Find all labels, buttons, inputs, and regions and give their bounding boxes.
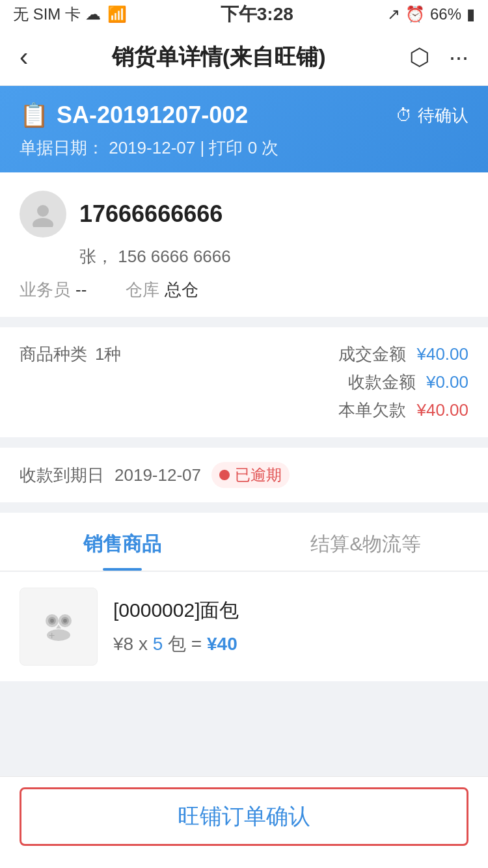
- customer-meta-row: 业务员 -- 仓库 总仓: [20, 278, 468, 301]
- share-icon[interactable]: ⬡: [409, 44, 429, 71]
- table-row: + [0000002]面包 ¥8 x 5 包 = ¥40: [0, 572, 488, 681]
- confirm-order-button[interactable]: 旺铺订单确认: [20, 787, 468, 846]
- product-thumbnail: +: [20, 588, 98, 666]
- svg-point-6: [50, 619, 54, 623]
- product-name: [0000002]面包: [113, 597, 468, 624]
- product-unit: 包: [168, 634, 186, 654]
- sales-rep-value: --: [75, 280, 87, 300]
- goods-type-row: 商品种类 1种: [20, 343, 121, 366]
- tab-settlement[interactable]: 结算&物流等: [244, 513, 488, 571]
- status-right: ↗ ⏰ 66% ▮: [387, 5, 475, 23]
- product-total: ¥40: [207, 634, 237, 654]
- amounts-section: 成交金额 ¥40.00 收款金额 ¥0.00 本单欠款 ¥40.00: [338, 343, 468, 422]
- summary-card: 商品种类 1种 成交金额 ¥40.00 收款金额 ¥0.00 本单欠款 ¥40.…: [0, 327, 488, 437]
- customer-phone: 17666666666: [79, 200, 223, 228]
- order-icon: 📋: [20, 102, 49, 129]
- page-title: 销货单详情(来自旺铺): [112, 42, 326, 72]
- wifi-icon: 📶: [107, 5, 127, 23]
- sales-rep-label: 业务员: [20, 278, 70, 301]
- svg-point-1: [33, 218, 53, 227]
- due-date-card: 收款到期日 2019-12-07 已逾期: [0, 448, 488, 502]
- product-list: + [0000002]面包 ¥8 x 5 包 = ¥40: [0, 572, 488, 681]
- tabs: 销售商品 结算&物流等: [0, 513, 488, 571]
- customer-card: 17666666666 张， 156 6666 6666 业务员 -- 仓库 总…: [0, 172, 488, 317]
- goods-type-label: 商品种类: [20, 343, 87, 366]
- received-label: 收款金额: [348, 371, 416, 394]
- owed-row: 本单欠款 ¥40.00: [338, 399, 468, 422]
- order-date-row: 单据日期： 2019-12-07 | 打印 0 次: [20, 137, 468, 159]
- received-row: 收款金额 ¥0.00: [348, 371, 468, 394]
- equals-sign: =: [191, 634, 207, 654]
- alarm-icon: ⏰: [405, 5, 425, 23]
- product-unit-price: ¥8: [113, 634, 133, 654]
- contact-name: 张，: [79, 247, 113, 266]
- warehouse-label: 仓库: [126, 278, 159, 301]
- due-date-label: 收款到期日: [20, 464, 104, 487]
- location-icon: ↗: [387, 5, 400, 23]
- warehouse-value: 总仓: [165, 278, 198, 301]
- owed-amount: ¥40.00: [416, 400, 468, 420]
- battery-text: 66%: [430, 5, 461, 23]
- more-icon[interactable]: ···: [449, 44, 468, 71]
- battery-icon: ▮: [467, 5, 475, 23]
- due-date-value: 2019-12-07: [115, 465, 201, 485]
- product-info: [0000002]面包 ¥8 x 5 包 = ¥40: [113, 597, 468, 657]
- sales-rep-item: 业务员 --: [20, 278, 87, 301]
- date-value: 2019-12-07: [109, 138, 195, 157]
- status-time: 下午3:28: [221, 2, 293, 27]
- svg-point-0: [37, 205, 49, 217]
- back-button[interactable]: ‹: [20, 42, 28, 72]
- status-bar: 无 SIM 卡 ☁ 📶 下午3:28 ↗ ⏰ 66% ▮: [0, 0, 488, 29]
- nav-bar: ‹ 销货单详情(来自旺铺) ⬡ ···: [0, 29, 488, 86]
- nav-actions: ⬡ ···: [409, 44, 468, 71]
- owed-label: 本单欠款: [338, 399, 406, 422]
- product-logo-icon: +: [36, 606, 81, 647]
- warehouse-item: 仓库 总仓: [126, 278, 198, 301]
- transaction-label: 成交金额: [338, 343, 406, 366]
- received-amount: ¥0.00: [426, 372, 468, 392]
- overdue-dot: [219, 470, 230, 480]
- goods-type-value: 1种: [95, 343, 121, 366]
- customer-top-row: 17666666666: [20, 191, 468, 237]
- order-id-row: 📋 SA-20191207-002: [20, 102, 248, 129]
- svg-text:+: +: [49, 630, 55, 641]
- order-status: ⏱ 待确认: [396, 104, 468, 127]
- customer-contact: 张， 156 6666 6666: [20, 245, 468, 268]
- svg-point-7: [63, 619, 67, 623]
- order-id-text: SA-20191207-002: [57, 102, 248, 129]
- tabs-container: 销售商品 结算&物流等: [0, 513, 488, 571]
- avatar: [20, 191, 66, 237]
- product-qty: 5: [153, 634, 163, 654]
- order-header: 📋 SA-20191207-002 ⏱ 待确认 单据日期： 2019-12-07…: [0, 86, 488, 172]
- overdue-badge: 已逾期: [211, 462, 290, 488]
- transaction-row: 成交金额 ¥40.00: [338, 343, 468, 366]
- contact-phone: 156 6666 6666: [118, 247, 231, 266]
- multiply-sign: x: [139, 634, 153, 654]
- overdue-text: 已逾期: [235, 465, 282, 485]
- print-info: | 打印 0 次: [200, 138, 278, 157]
- tab-sales-goods[interactable]: 销售商品: [0, 513, 244, 571]
- bottom-bar: 旺铺订单确认: [0, 776, 488, 868]
- transaction-amount: ¥40.00: [416, 344, 468, 364]
- date-label: 单据日期：: [20, 138, 104, 157]
- status-left: 无 SIM 卡 ☁ 📶: [13, 4, 127, 25]
- sim-text: 无 SIM 卡 ☁: [13, 4, 101, 25]
- clock-icon: ⏱: [396, 105, 413, 126]
- product-price-row: ¥8 x 5 包 = ¥40: [113, 632, 468, 657]
- status-text: 待确认: [418, 104, 468, 127]
